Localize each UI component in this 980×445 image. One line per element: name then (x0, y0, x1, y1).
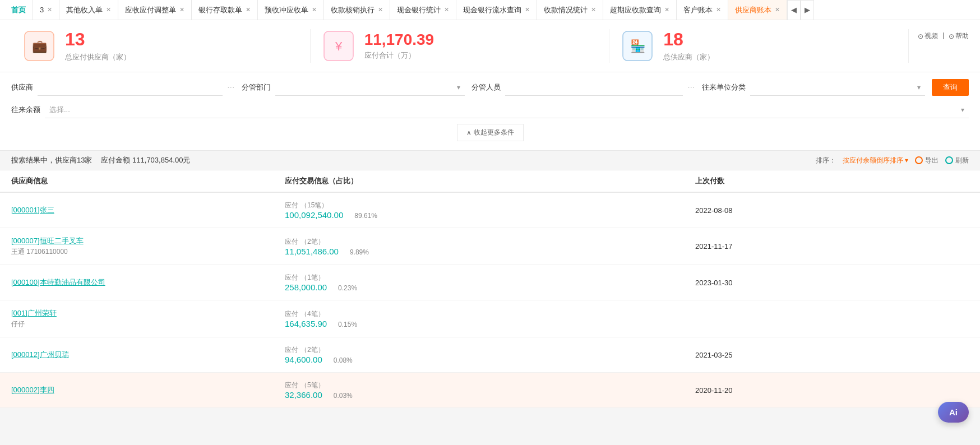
last-pay-cell: 2021-11-17 (695, 242, 969, 251)
nav-tab-ar-ap-adjust-close[interactable]: ✕ (179, 6, 184, 13)
ai-button[interactable]: Ai (938, 402, 969, 408)
export-button[interactable]: 导出 (915, 156, 939, 165)
nav-tab-customer-ledger[interactable]: 客户账本 ✕ (677, 0, 728, 20)
balance-dropdown-icon: ▾ (961, 106, 964, 114)
nav-arrow-right[interactable]: ▶ (801, 0, 814, 20)
summary-bar: 💼 13 总应付供应商（家） ¥ 11,170.39 应付合计（万） 🏪 (0, 20, 980, 72)
refresh-button[interactable]: 刷新 (945, 156, 969, 165)
balance-select[interactable]: 选择... ▾ (45, 101, 969, 118)
category-select[interactable]: ▾ (750, 79, 926, 96)
supplier-link[interactable]: [000002]李四 (11, 385, 285, 395)
nav-tab-prepay-ar[interactable]: 预收冲应收单 ✕ (258, 0, 324, 20)
last-pay-date: 2020-11-20 (695, 386, 733, 395)
nav-arrow-left[interactable]: ◀ (787, 0, 801, 20)
nav-tab-home[interactable]: 首页 (4, 0, 33, 20)
supplier-link[interactable]: [000012]广州贝瑞 (11, 350, 285, 360)
collapse-btn-label: 收起更多条件 (474, 128, 514, 137)
total-suppliers-icon: 🏪 (621, 29, 654, 63)
payable-total-icon: ¥ (322, 29, 355, 63)
payable-amount[interactable]: 32,366.00 (285, 390, 322, 400)
payable-percent: 0.23% (338, 284, 357, 292)
supplier-info-cell: [000001]张三 (11, 205, 285, 215)
nav-tab-other-income[interactable]: 其他收入单 ✕ (59, 0, 118, 20)
nav-tab-bank-deposit[interactable]: 银行存取款单 ✕ (192, 0, 258, 20)
supplier-link[interactable]: [000007]恒旺二手叉车 (11, 236, 285, 246)
nav-tab-cash-bank-flow[interactable]: 现金银行流水查询 ✕ (456, 0, 537, 20)
filter-person: 分管人员 ··· (471, 79, 695, 96)
supplier-link[interactable]: [001]广州荣轩 (11, 308, 285, 318)
dept-dropdown-icon: ▾ (457, 84, 460, 91)
nav-tab-3-close[interactable]: ✕ (47, 6, 52, 13)
sort-select[interactable]: 按应付余额倒序排序 ▾ (843, 156, 908, 165)
person-dots[interactable]: ··· (687, 82, 695, 92)
nav-tab-supplier-ledger[interactable]: 供应商账本 ✕ (728, 0, 787, 20)
payable-amount[interactable]: 94,600.00 (285, 355, 322, 364)
nav-tab-3[interactable]: 3 ✕ (33, 0, 59, 20)
nav-tab-customer-ledger-close[interactable]: ✕ (716, 6, 721, 13)
last-pay-date: 2022-08-08 (695, 206, 733, 215)
nav-tab-receipt-stats-close[interactable]: ✕ (591, 6, 596, 13)
nav-tab-cash-bank-flow-close[interactable]: ✕ (525, 6, 530, 13)
payable-percent: 9.89% (350, 248, 369, 256)
payable-percent: 0.03% (334, 392, 353, 400)
nav-tab-receipt-exec-close[interactable]: ✕ (378, 6, 383, 13)
supplier-info-cell: [000100]本特勤油品有限公司 (11, 277, 285, 288)
supplier-sub: 仔仔 (11, 319, 285, 329)
svg-text:🏪: 🏪 (630, 39, 646, 54)
nav-tab-other-income-close[interactable]: ✕ (106, 6, 111, 13)
summary-card-payable-total: ¥ 11,170.39 应付合计（万） (311, 29, 610, 63)
table-row: [000002]李四 应付 （5笔） 32,366.00 0.03% 2020-… (0, 373, 980, 408)
nav-tab-cash-bank-stats-close[interactable]: ✕ (444, 6, 449, 13)
nav-tab-cash-bank-stats[interactable]: 现金银行统计 ✕ (390, 0, 456, 20)
payable-label: 应付 (285, 309, 298, 319)
nav-tab-prepay-ar-close[interactable]: ✕ (312, 6, 317, 13)
payable-row: 应付 （4笔） (285, 309, 695, 319)
help-link[interactable]: ⊙ 帮助 (949, 31, 969, 41)
summary-card-total-suppliers: 🏪 18 总供应商（家） (609, 29, 909, 63)
filter-supplier-label: 供应商 (11, 82, 33, 92)
nav-tab-ar-ap-adjust[interactable]: 应收应付调整单 ✕ (118, 0, 192, 20)
supplier-dots[interactable]: ··· (227, 82, 234, 92)
nav-tab-receipt-exec-label: 收款核销执行 (331, 5, 375, 15)
nav-tab-customer-ledger-label: 客户账本 (683, 5, 713, 15)
top-right-links: ⊙ 视频 | ⊙ 帮助 (909, 29, 969, 63)
payable-label: 应付 (285, 381, 298, 390)
supplier-link[interactable]: [000001]张三 (11, 205, 285, 215)
result-bar-right: 排序： 按应付余额倒序排序 ▾ 导出 刷新 (816, 156, 969, 165)
payable-count: （2笔） (301, 237, 325, 247)
payable-amount[interactable]: 164,635.90 (285, 319, 327, 328)
dept-select[interactable]: ▾ (275, 79, 465, 96)
help-icon: ⊙ (949, 33, 954, 40)
person-input[interactable] (505, 79, 683, 96)
export-label: 导出 (925, 156, 939, 165)
nav-tab-receipt-stats[interactable]: 收款情况统计 ✕ (537, 0, 603, 20)
video-link[interactable]: ⊙ 视频 (918, 31, 938, 41)
table-row: [000012]广州贝瑞 应付 （2笔） 94,600.00 0.08% 202… (0, 337, 980, 373)
supplier-input[interactable] (38, 79, 223, 96)
svg-text:¥: ¥ (335, 39, 343, 53)
nav-tab-receipt-exec[interactable]: 收款核销执行 ✕ (324, 0, 390, 20)
total-payable-suppliers-label: 总应付供应商（家） (65, 52, 131, 62)
nav-tab-overdue-ar[interactable]: 超期应收款查询 ✕ (603, 0, 677, 20)
header-payable-info: 应付交易信息（占比） (285, 176, 695, 186)
nav-tab-bank-deposit-label: 银行存取款单 (198, 5, 242, 15)
nav-tab-supplier-ledger-close[interactable]: ✕ (775, 6, 780, 13)
query-button[interactable]: 查询 (932, 79, 969, 96)
payable-amount[interactable]: 258,000.00 (285, 282, 327, 292)
supplier-sub: 王通 17106110000 (11, 247, 285, 257)
payable-row: 应付 （5笔） (285, 381, 695, 390)
payable-amount[interactable]: 100,092,540.00 (285, 210, 343, 220)
collapse-button[interactable]: ∧ 收起更多条件 (457, 124, 524, 141)
payable-amount-row: 94,600.00 0.08% (285, 355, 695, 364)
payable-amount[interactable]: 11,051,486.00 (285, 247, 339, 256)
total-payable-suppliers-value: 13 (65, 30, 131, 49)
nav-tab-overdue-ar-close[interactable]: ✕ (664, 6, 669, 13)
filter-bar: 供应商 ··· 分管部门 ▾ 分管人员 ··· 往来单位分类 ▾ 查询 (0, 72, 980, 151)
supplier-link[interactable]: [000100]本特勤油品有限公司 (11, 277, 285, 288)
summary-info-total-suppliers: 18 总供应商（家） (663, 30, 714, 62)
nav-tab-bank-deposit-close[interactable]: ✕ (246, 6, 251, 13)
payable-amount-row: 164,635.90 0.15% (285, 319, 695, 328)
supplier-info-cell: [000007]恒旺二手叉车 王通 17106110000 (11, 236, 285, 257)
payable-count: （4笔） (301, 309, 325, 319)
supplier-info-cell: [001]广州荣轩 仔仔 (11, 308, 285, 329)
